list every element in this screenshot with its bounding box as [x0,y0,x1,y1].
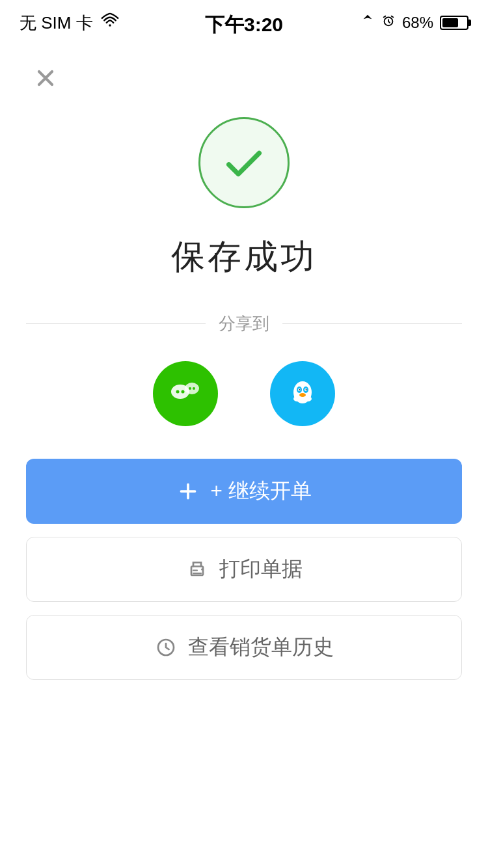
svg-point-9 [293,396,301,401]
svg-point-7 [193,387,195,390]
history-label: 查看销货单历史 [188,633,334,662]
success-area: 保存成功 [26,117,462,280]
svg-point-15 [299,389,301,390]
action-buttons: + 继续开单 打印单据 查看销货单历史 [26,459,462,680]
battery-icon [440,16,468,30]
no-sim-text: 无 SIM 卡 [20,12,93,34]
main-content: 保存成功 分享到 [0,46,488,706]
svg-point-17 [299,393,306,397]
status-left: 无 SIM 卡 [20,12,119,34]
battery-percent: 68% [402,14,433,32]
status-time: 下午3:20 [205,12,283,38]
print-label: 打印单据 [219,555,303,584]
share-icons [26,361,462,426]
share-divider: 分享到 [26,312,462,335]
svg-point-5 [182,390,185,394]
qq-share-button[interactable] [270,361,335,426]
status-bar: 无 SIM 卡 下午3:20 68% [0,0,488,46]
wifi-icon [101,12,119,34]
svg-point-0 [109,24,111,27]
close-button[interactable] [26,59,65,98]
divider-line-right [282,323,462,324]
divider-line-left [26,323,206,324]
continue-button[interactable]: + 继续开单 [26,459,462,524]
success-circle [198,117,290,208]
alarm-icon [381,14,396,32]
svg-point-3 [185,383,199,394]
svg-point-4 [176,390,180,394]
svg-point-6 [189,387,191,390]
location-icon [360,14,375,32]
print-button[interactable]: 打印单据 [26,537,462,602]
svg-point-19 [201,569,203,571]
history-button[interactable]: 查看销货单历史 [26,615,462,680]
success-title: 保存成功 [171,234,317,280]
share-section: 分享到 [26,312,462,426]
status-right: 68% [360,14,468,32]
wechat-share-button[interactable] [153,361,218,426]
svg-point-16 [306,389,307,390]
svg-point-10 [304,396,312,401]
continue-label: + 继续开单 [210,477,312,506]
share-label: 分享到 [219,312,269,335]
